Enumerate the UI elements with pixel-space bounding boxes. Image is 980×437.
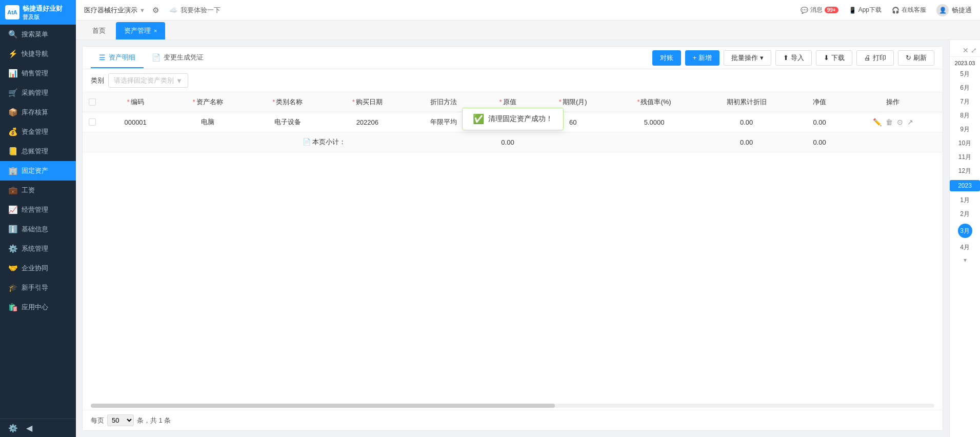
sidebar-item-label: 采购管理 [22, 88, 48, 97]
appstore-icon: 🛍️ [8, 303, 17, 312]
download-button[interactable]: ⬇ 下载 [816, 50, 852, 66]
print-button[interactable]: 🖨 打印 [856, 50, 894, 66]
month-10[interactable]: 10月 [950, 136, 980, 150]
row-checkbox-cell [83, 112, 103, 132]
sidebar-item-ledger[interactable]: 📒 总账管理 [0, 142, 76, 161]
subtotal-net: 0.00 [795, 132, 844, 152]
user-menu[interactable]: 👤 畅捷通 [936, 4, 972, 16]
table-container: ✅ 清理固定资产成功！ *编码 *资产名称 *类别名称 *购买 [83, 92, 943, 402]
sidebar-item-guide[interactable]: 🎓 新手引导 [0, 278, 76, 297]
purchase-icon: 🛒 [8, 88, 17, 97]
sidebar-item-system[interactable]: ⚙️ 系统管理 [0, 239, 76, 259]
sidebar-item-inventory[interactable]: 📦 库存核算 [0, 103, 76, 122]
experience-btn[interactable]: ☁️ 我要体验一下 [169, 6, 221, 15]
toolbar-actions: 对账 + 新增 批量操作 ▾ ⬆ 导入 ⬇ 下载 🖨 [652, 50, 934, 66]
expand-panel-icon[interactable]: ⤢ [971, 46, 977, 54]
page-size-select[interactable]: 50 100 200 [107, 414, 134, 426]
toast-message: 清理固定资产成功！ [488, 114, 553, 124]
settings-gear-icon[interactable]: ⚙ [152, 6, 159, 15]
per-page-label: 每页 [91, 416, 104, 425]
online-service-btn[interactable]: 🎧 在线客服 [892, 6, 926, 14]
sidebar-item-basic-info[interactable]: ℹ️ 基础信息 [0, 220, 76, 239]
sidebar-item-quicknav[interactable]: ⚡ 快捷导航 [0, 44, 76, 64]
cell-net: 0.00 [795, 112, 844, 132]
sidebar-item-label: 经营管理 [22, 205, 48, 214]
cell-purchase-date: 202206 [328, 112, 408, 132]
sidebar-item-label: 固定资产 [22, 166, 48, 175]
fixed-assets-icon: 🏢 [8, 166, 17, 175]
month-9[interactable]: 9月 [950, 123, 980, 136]
list-icon: ☰ [99, 53, 106, 62]
month-5[interactable]: 5月 [950, 67, 980, 81]
new-button[interactable]: + 新增 [685, 50, 719, 66]
tab-home-label: 首页 [92, 26, 106, 35]
inner-tab-asset-detail[interactable]: ☰ 资产明细 [91, 48, 144, 68]
table-scrollbar[interactable] [91, 404, 934, 408]
subtotal-initial: 0.00 [697, 132, 795, 152]
search-icon: 🔍 [8, 30, 17, 39]
app-download-btn[interactable]: 📱 App下载 [849, 6, 882, 14]
month-4[interactable]: 4月 [950, 241, 980, 254]
row-checkbox[interactable] [89, 118, 96, 126]
edit-icon[interactable]: ✏️ [873, 118, 882, 126]
select-all-checkbox[interactable] [89, 98, 96, 106]
operations-icon: 📈 [8, 205, 17, 214]
tab-home[interactable]: 首页 [84, 22, 114, 39]
message-btn[interactable]: 💬 消息 99+ [801, 6, 838, 14]
funds-icon: 💰 [8, 127, 17, 136]
month-2[interactable]: 2月 [950, 207, 980, 221]
sidebar: AtA 畅捷通好业财 普及版 🔍 搜索菜单 ⚡ 快捷导航 📊 销售管理 🛒 采购… [0, 0, 76, 437]
logo-icon: AtA [5, 5, 19, 19]
cloud-icon: ☁️ [169, 6, 177, 14]
refresh-button[interactable]: ↻ 刷新 [898, 50, 934, 66]
month-6[interactable]: 6月 [950, 81, 980, 95]
print-label: 打印 [873, 53, 886, 63]
avatar: 👤 [936, 4, 949, 16]
delete-icon[interactable]: 🗑 [886, 118, 893, 126]
sidebar-item-search[interactable]: 🔍 搜索菜单 [0, 25, 76, 44]
month-12[interactable]: 12月 [950, 164, 980, 178]
category-select[interactable]: 请选择固定资产类别 ▼ [108, 73, 188, 88]
sidebar-item-funds[interactable]: 💰 资金管理 [0, 122, 76, 142]
month-1[interactable]: 1月 [950, 193, 980, 207]
panel-header: ✕ ⤢ [950, 44, 980, 57]
export-button[interactable]: ⬆ 导入 [775, 50, 812, 66]
sidebar-item-label: 工资 [22, 186, 35, 195]
username: 畅捷通 [952, 6, 972, 15]
month-3-current[interactable]: 3月 [950, 221, 980, 241]
print-icon: 🖨 [864, 54, 871, 62]
subtotal-icon: 📄 [303, 138, 311, 146]
sidebar-item-payroll[interactable]: 💼 工资 [0, 181, 76, 200]
settings-icon[interactable]: ⚙️ [8, 424, 18, 433]
sidebar-nav: 🔍 搜索菜单 ⚡ 快捷导航 📊 销售管理 🛒 采购管理 📦 库存核算 💰 资金管… [0, 25, 76, 419]
company-selector[interactable]: 医疗器械行业演示 ▼ [84, 6, 145, 15]
down-arrow-icon[interactable]: ▾ [964, 256, 967, 264]
month-11[interactable]: 11月 [950, 150, 980, 164]
inner-tabs: ☰ 资产明细 📄 变更生成凭证 对账 + 新增 批量操作 ▾ ⬆ [83, 47, 943, 69]
more-icon[interactable]: ↗ [907, 118, 913, 126]
sidebar-item-fixed-assets[interactable]: 🏢 固定资产 [0, 161, 76, 181]
year-2023[interactable]: 2023 [950, 180, 980, 191]
collapse-icon[interactable]: ◀ [26, 423, 32, 433]
reconcile-button[interactable]: 对账 [652, 50, 681, 66]
copy-icon[interactable]: ⊙ [897, 118, 903, 126]
sidebar-item-purchase[interactable]: 🛒 采购管理 [0, 83, 76, 103]
main-area: 医疗器械行业演示 ▼ ⚙ ☁️ 我要体验一下 💬 消息 99+ 📱 App下载 … [76, 0, 980, 437]
month-7[interactable]: 7月 [950, 95, 980, 109]
sidebar-item-appstore[interactable]: 🛍️ 应用中心 [0, 297, 76, 317]
inner-tab-voucher[interactable]: 📄 变更生成凭证 [144, 48, 212, 68]
export-icon: ⬆ [783, 54, 789, 62]
close-panel-icon[interactable]: ✕ [963, 46, 969, 54]
batch-label: 批量操作 [731, 53, 758, 63]
sidebar-item-operations[interactable]: 📈 经营管理 [0, 200, 76, 220]
chevron-down-icon: ▼ [139, 7, 145, 13]
cell-residual: 5.0000 [611, 112, 697, 132]
tab-asset-management[interactable]: 资产管理 × [116, 22, 165, 39]
month-8[interactable]: 8月 [950, 109, 980, 123]
sidebar-item-sales[interactable]: 📊 销售管理 [0, 64, 76, 83]
batch-button[interactable]: 批量操作 ▾ [724, 50, 771, 66]
sidebar-item-enterprise[interactable]: 🤝 企业协同 [0, 259, 76, 278]
tab-close-icon[interactable]: × [154, 28, 157, 34]
right-panel: ✕ ⤢ 2023.03 5月 6月 7月 8月 9月 10月 11月 12月 2… [949, 40, 980, 437]
category-label: 类别 [91, 76, 104, 85]
